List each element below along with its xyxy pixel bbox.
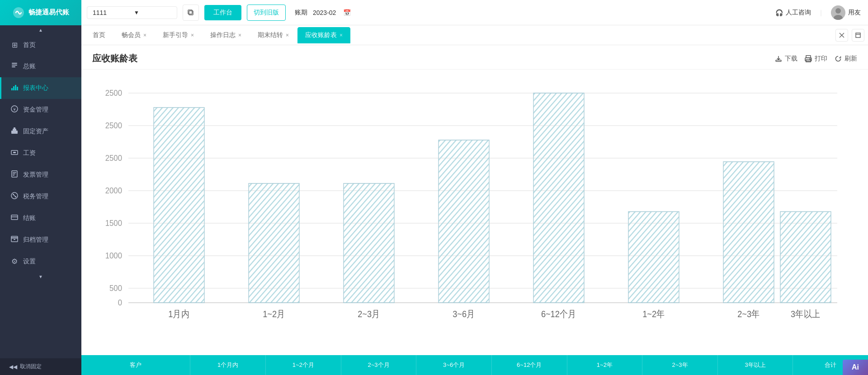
svg-rect-37	[776, 60, 781, 61]
tab-guide[interactable]: 新手引导 ×	[155, 27, 202, 43]
svg-rect-66	[780, 211, 831, 303]
user-label: 用友	[848, 9, 861, 17]
sidebar-item-salary[interactable]: 工资	[0, 142, 81, 164]
sidebar-item-settings[interactable]: ⚙ 设置	[0, 251, 81, 272]
svg-rect-65	[723, 162, 774, 303]
tab-aging-close[interactable]: ×	[340, 33, 343, 38]
sidebar-item-ledger[interactable]: 总账	[0, 56, 81, 77]
svg-rect-35	[856, 33, 860, 38]
svg-text:500: 500	[109, 283, 122, 293]
svg-text:¥: ¥	[13, 107, 16, 112]
tab-aging[interactable]: 应收账龄表 ×	[297, 27, 350, 43]
sidebar: ▲ ⊞ 首页 总账 报表中心 ¥ 资金管理 固定资产	[0, 25, 81, 375]
svg-rect-60	[249, 183, 299, 303]
sidebar-item-archive[interactable]: 归档管理	[0, 229, 81, 251]
workspace-button[interactable]: 工作台	[204, 5, 241, 20]
version-button[interactable]: 切到旧版	[247, 5, 286, 21]
company-selector[interactable]: 1111 ▼	[87, 6, 177, 19]
svg-text:1500: 1500	[105, 218, 122, 228]
tab-member-close[interactable]: ×	[143, 33, 146, 38]
unpin-label: 取消固定	[20, 363, 42, 370]
logo: 畅捷通易代账	[0, 0, 81, 25]
calendar-icon[interactable]: 📅	[343, 9, 351, 16]
tab-aging-label: 应收账龄表	[305, 31, 337, 39]
svg-rect-12	[17, 87, 18, 90]
ai-badge[interactable]: Ai	[843, 360, 868, 375]
page-title: 应收账龄表	[92, 52, 137, 65]
chart-container: 2500 2500 2500 2000 1500 1000 500 0	[81, 70, 868, 355]
tab-home[interactable]: 首页	[85, 27, 113, 43]
svg-rect-23	[13, 175, 14, 176]
sidebar-label-reports: 报表中心	[23, 84, 48, 92]
page-header: 应收账龄表 下载	[81, 45, 868, 70]
svg-text:1月内: 1月内	[168, 309, 189, 319]
sidebar-item-home[interactable]: ⊞ 首页	[0, 34, 81, 56]
svg-rect-9	[11, 88, 13, 90]
refresh-label: 刷新	[844, 55, 857, 63]
tab-oplog[interactable]: 操作日志 ×	[203, 27, 249, 43]
page-content: 应收账龄表 下载	[81, 45, 868, 375]
main-layout: ▲ ⊞ 首页 总账 报表中心 ¥ 资金管理 固定资产	[0, 25, 868, 375]
svg-rect-28	[11, 215, 18, 220]
invoice-icon	[10, 170, 19, 179]
svg-text:2500: 2500	[105, 121, 122, 130]
svg-point-27	[15, 196, 16, 197]
consult-button[interactable]: 🎧 人工咨询	[775, 9, 811, 17]
tab-period-end[interactable]: 期末结转 ×	[250, 27, 297, 43]
sidebar-label-archive: 归档管理	[23, 236, 48, 244]
avatar	[831, 5, 845, 20]
col-3y-plus: 3年以上	[718, 355, 793, 375]
checkout-icon	[10, 214, 19, 223]
svg-rect-61	[344, 183, 394, 303]
svg-text:2500: 2500	[105, 153, 122, 163]
tab-guide-close[interactable]: ×	[191, 33, 194, 38]
tab-period-end-label: 期末结转	[258, 31, 283, 39]
svg-text:3~6月: 3~6月	[453, 309, 475, 319]
col-3-6m: 3~6个月	[416, 355, 492, 375]
ai-label: Ai	[852, 363, 859, 371]
sidebar-item-tax[interactable]: 税务管理	[0, 186, 81, 207]
svg-text:3年以上: 3年以上	[791, 309, 821, 319]
sidebar-label-checkout: 结账	[23, 214, 36, 222]
tab-period-end-close[interactable]: ×	[286, 33, 289, 38]
header-right: 🎧 人工咨询 | 用友	[775, 5, 861, 20]
tab-oplog-label: 操作日志	[210, 31, 236, 39]
content-area: 首页 畅会员 × 新手引导 × 操作日志 × 期末结转 × 应收账龄表 ×	[81, 25, 868, 375]
sidebar-item-invoice[interactable]: 发票管理	[0, 164, 81, 186]
user-button[interactable]: 用友	[831, 5, 861, 20]
svg-rect-32	[14, 239, 15, 240]
svg-point-4	[835, 8, 841, 14]
sidebar-item-finance[interactable]: ¥ 资金管理	[0, 99, 81, 121]
tab-member[interactable]: 畅会员 ×	[114, 27, 154, 43]
svg-text:0: 0	[118, 298, 122, 307]
svg-text:2~3年: 2~3年	[737, 309, 760, 319]
sidebar-item-assets[interactable]: 固定资产	[0, 121, 81, 142]
tab-oplog-close[interactable]: ×	[238, 33, 241, 38]
print-button[interactable]: 打印	[805, 55, 827, 63]
tabs-bar: 首页 畅会员 × 新手引导 × 操作日志 × 期末结转 × 应收账龄表 ×	[81, 25, 868, 45]
svg-rect-62	[439, 140, 489, 303]
tab-expand-button[interactable]	[852, 29, 864, 42]
svg-text:6~12个月: 6~12个月	[541, 309, 576, 319]
sidebar-label-assets: 固定资产	[23, 127, 48, 136]
unpin-button[interactable]: ◀◀ 取消固定	[0, 358, 81, 375]
sidebar-item-checkout[interactable]: 结账	[0, 207, 81, 229]
download-button[interactable]: 下载	[775, 55, 797, 63]
refresh-button[interactable]: 刷新	[835, 55, 857, 63]
sidebar-label-ledger: 总账	[23, 62, 36, 70]
svg-rect-10	[13, 86, 14, 90]
tab-guide-label: 新手引导	[163, 31, 188, 39]
col-2-3m: 2~3个月	[341, 355, 417, 375]
sidebar-scroll-down[interactable]: ▼	[0, 272, 81, 281]
sidebar-scroll-up[interactable]: ▲	[0, 25, 81, 34]
ledger-icon	[10, 62, 19, 71]
svg-rect-63	[533, 93, 584, 303]
svg-text:2000: 2000	[105, 186, 122, 195]
sidebar-item-reports[interactable]: 报表中心	[0, 77, 81, 99]
consult-label: 人工咨询	[786, 9, 811, 17]
archive-icon	[10, 235, 19, 244]
copy-button[interactable]	[183, 5, 199, 21]
svg-rect-22	[13, 173, 15, 174]
tab-close-all-button[interactable]	[835, 29, 848, 42]
svg-rect-64	[628, 211, 679, 303]
